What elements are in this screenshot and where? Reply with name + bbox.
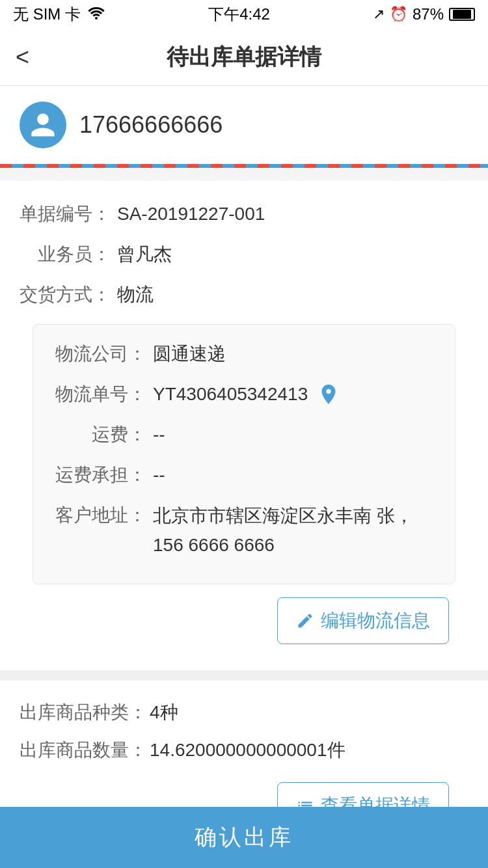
nav-bar: < 待出库单据详情 [0,29,488,86]
logistics-tracking-row: 物流单号： YT4306405342413 [49,381,439,408]
user-phone: 17666666666 [79,111,223,139]
staff-label: 业务员： [20,241,111,268]
status-bar: 无 SIM 卡 下午4:42 ↗ ⏰ 87% [0,0,488,29]
logistics-company-row: 物流公司： 圆通速递 [49,340,439,368]
status-right: ↗ ⏰ 87% [373,5,475,23]
address-row: 客户地址： 北京市市辖区海淀区永丰南 张，156 6666 6666 [49,502,439,560]
wifi-icon [87,5,105,23]
edit-icon [296,612,314,630]
freight-row: 运费： -- [49,421,439,448]
map-pin-icon[interactable] [317,383,340,406]
logistics-card: 物流公司： 圆通速递 物流单号： YT4306405342413 运费： -- … [33,324,455,584]
order-number-label: 单据编号： [20,200,111,228]
user-avatar-icon [29,111,57,139]
status-left: 无 SIM 卡 [13,4,105,25]
logistics-company-value: 圆通速递 [153,340,439,368]
carrier-label: 无 SIM 卡 [13,4,81,25]
order-info-section: 单据编号： SA-20191227-001 业务员： 曾凡杰 交货方式： 物流 … [0,181,488,670]
confirm-btn-wrap: 确认出库 [0,807,488,868]
delivery-label: 交货方式： [20,281,111,308]
goods-quantity-row: 出库商品数量： 14.620000000000001件 [20,738,468,763]
section-separator [0,670,488,681]
avatar [20,102,66,148]
address-value: 北京市市辖区海淀区永丰南 张，156 6666 6666 [153,502,439,560]
goods-quantity-label: 出库商品数量： [20,738,150,763]
address-label: 客户地址： [49,502,146,529]
page-title: 待出库单据详情 [167,42,321,72]
back-button[interactable]: < [16,44,29,71]
freight-value: -- [153,421,439,448]
edit-logistics-label: 编辑物流信息 [321,608,430,633]
dashed-divider [0,164,488,168]
delivery-row: 交货方式： 物流 [20,281,468,308]
freight-label: 运费： [49,421,146,448]
battery-icon [449,8,475,21]
goods-type-value: 4种 [150,700,178,725]
staff-value: 曾凡杰 [117,241,468,268]
goods-quantity-value: 14.620000000000001件 [150,738,346,763]
logistics-tracking-value: YT4306405342413 [153,381,439,408]
confirm-outbound-button[interactable]: 确认出库 [195,822,293,852]
edit-btn-wrap: 编辑物流信息 [20,584,468,657]
logistics-company-label: 物流公司： [49,340,146,368]
battery-label: 87% [413,5,444,23]
order-number-row: 单据编号： SA-20191227-001 [20,200,468,228]
order-number-value: SA-20191227-001 [117,200,468,228]
freight-bear-row: 运费承担： -- [49,461,439,489]
user-header: 17666666666 [0,86,488,164]
time-label: 下午4:42 [208,4,270,25]
alarm-icon: ⏰ [390,6,407,23]
location-icon: ↗ [373,6,385,23]
delivery-value: 物流 [117,281,468,308]
goods-type-label: 出库商品种类： [20,700,150,725]
edit-logistics-button[interactable]: 编辑物流信息 [277,597,449,644]
staff-row: 业务员： 曾凡杰 [20,241,468,268]
freight-bear-value: -- [153,461,439,489]
goods-type-row: 出库商品种类： 4种 [20,700,468,725]
logistics-tracking-label: 物流单号： [49,381,146,408]
freight-bear-label: 运费承担： [49,461,146,489]
